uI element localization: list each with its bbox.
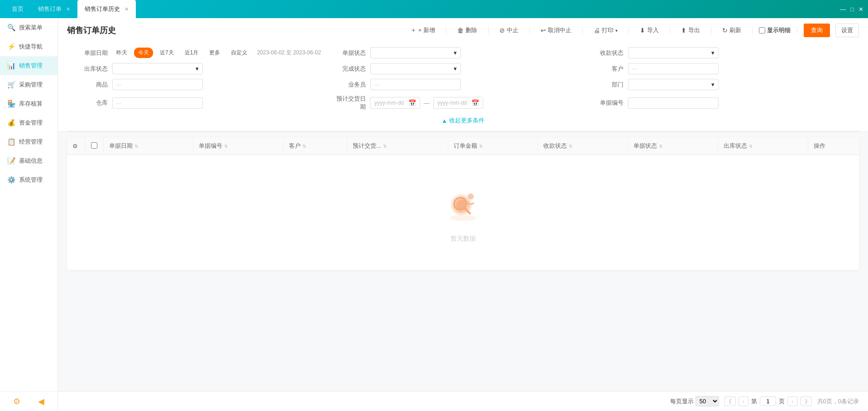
date-tab-custom[interactable]: 自定义 <box>227 48 251 58</box>
th-payment-status-sort[interactable]: 收款状态 ⇅ <box>543 142 622 150</box>
sidebar-item-quicknav[interactable]: ⚡ 快捷导航 <box>0 37 58 56</box>
import-button[interactable]: ⬇ 导入 <box>635 24 663 37</box>
collapse-sidebar-icon[interactable]: ◀ <box>38 396 44 406</box>
new-button[interactable]: ＋ + 新增 <box>406 24 440 37</box>
cal-from-icon: 📅 <box>408 99 416 106</box>
display-detail-label: 显示明细 <box>767 26 791 34</box>
th-out-stock-label: 出库状态 <box>724 142 747 150</box>
th-bill-status-sort[interactable]: 单据状态 ⇅ <box>633 142 712 150</box>
per-page-select[interactable]: 10 20 50 100 <box>695 396 719 406</box>
customer-select[interactable]: ··· <box>628 63 719 74</box>
sidebar-item-inventory[interactable]: 🏪 库存核算 <box>0 94 58 113</box>
sales-icon: 📊 <box>7 62 15 70</box>
sidebar-item-operation-label: 经营管理 <box>19 138 43 146</box>
next-page-button[interactable]: › <box>787 396 797 406</box>
dept-select[interactable]: ▾ <box>628 79 719 90</box>
basic-icon: 📝 <box>7 157 15 165</box>
minimize-icon[interactable]: — <box>840 6 846 13</box>
tab-sales-order-close[interactable]: ✕ <box>66 6 70 12</box>
th-bill-date-sort[interactable]: 单据日期 ⇅ <box>109 142 188 150</box>
settings-bottom-icon[interactable]: ⚙ <box>13 396 20 406</box>
sidebar-item-system[interactable]: ⚙️ 系统管理 <box>0 170 58 189</box>
filter-row-1: 单据日期 昨天 今天 近7天 近1月 更多 自定义 2023-06-02 至 2… <box>76 47 850 58</box>
dept-group: ▾ <box>628 79 850 90</box>
sidebar-item-search[interactable]: 🔍 搜索菜单 <box>0 18 58 37</box>
page-num-input[interactable] <box>760 396 776 406</box>
date-tab-yesterday[interactable]: 昨天 <box>112 48 131 58</box>
collapse-row[interactable]: ▲ 收起更多条件 <box>76 116 850 126</box>
divider8 <box>752 27 753 34</box>
stop-button[interactable]: ⊘ 中止 <box>495 24 523 37</box>
bill-no-input[interactable] <box>628 97 719 109</box>
select-all-checkbox[interactable] <box>91 142 97 149</box>
payment-status-select[interactable]: ▾ <box>628 47 719 58</box>
th-bill-no-sort[interactable]: 单据编号 ⇅ <box>199 142 278 150</box>
tab-sales-order-history-label: 销售订单历史 <box>85 5 120 13</box>
per-page-label: 每页显示 <box>670 397 694 406</box>
export-button[interactable]: ⬆ 导出 <box>676 24 705 37</box>
warehouse-select[interactable]: ··· <box>112 97 203 109</box>
th-out-stock[interactable]: 出库状态 ⇅ <box>718 137 808 155</box>
bill-no-label: 单据编号 <box>592 99 628 107</box>
salesman-select[interactable]: ··· <box>370 79 461 90</box>
goods-select[interactable]: ··· <box>112 79 203 90</box>
th-gear[interactable]: ⚙ <box>67 137 85 155</box>
date-tab-more[interactable]: 更多 <box>205 48 224 58</box>
sidebar-item-purchase[interactable]: 🛒 采购管理 <box>0 75 58 94</box>
th-order-amount-sort[interactable]: 订单金额 ⇅ <box>454 142 532 150</box>
tab-sales-order[interactable]: 销售订单 ✕ <box>31 0 77 18</box>
th-payment-status[interactable]: 收款状态 ⇅ <box>538 137 628 155</box>
display-detail-checkbox-wrap[interactable]: 显示明细 <box>759 26 791 34</box>
th-order-amount[interactable]: 订单金额 ⇅ <box>448 137 538 155</box>
sidebar-item-basic[interactable]: 📝 基础信息 <box>0 151 58 170</box>
th-bill-no[interactable]: 单据编号 ⇅ <box>193 137 283 155</box>
query-button[interactable]: 查询 <box>804 24 830 37</box>
sidebar-item-sales[interactable]: 📊 销售管理 <box>0 56 58 75</box>
tab-home[interactable]: 首页 <box>5 0 31 18</box>
sidebar-item-finance[interactable]: 💰 资金管理 <box>0 113 58 132</box>
sidebar-item-operation[interactable]: 📋 经营管理 <box>0 132 58 151</box>
empty-state-cell: 暂无数据 <box>67 155 859 271</box>
date-to-input[interactable]: yyyy-mm-dd 📅 <box>433 97 483 109</box>
tab-sales-order-history-close[interactable]: ✕ <box>125 6 129 12</box>
th-bill-status[interactable]: 单据状态 ⇅ <box>628 137 718 155</box>
top-bar: 首页 销售订单 ✕ 销售订单历史 ✕ — □ ✕ <box>0 0 868 18</box>
first-page-button[interactable]: ⟪ <box>724 396 736 406</box>
th-expected-date-sort[interactable]: 预计交货... ⇅ <box>353 142 442 150</box>
gear-icon[interactable]: ⚙ <box>72 143 78 150</box>
date-range-text: 2023-06-02 至 2023-06-02 <box>257 49 321 57</box>
last-page-button[interactable]: ⟫ <box>801 396 812 406</box>
date-tab-7days[interactable]: 近7天 <box>156 48 178 58</box>
salesman-placeholder: ··· <box>374 81 379 88</box>
out-stock-select[interactable]: ▾ <box>112 63 203 74</box>
th-out-stock-sort[interactable]: 出库状态 ⇅ <box>724 142 802 150</box>
cancel-stop-button[interactable]: ↩ 取消中止 <box>536 24 576 37</box>
refresh-button[interactable]: ↻ 刷新 <box>718 24 746 37</box>
complete-select[interactable]: ▾ <box>370 63 461 74</box>
customer-label: 客户 <box>592 65 628 73</box>
sort-icon-amount: ⇅ <box>479 144 483 149</box>
date-from-input[interactable]: yyyy-mm-dd 📅 <box>370 97 420 109</box>
maximize-icon[interactable]: □ <box>850 6 854 13</box>
close-icon[interactable]: ✕ <box>858 6 863 13</box>
th-customer-sort[interactable]: 客户 ⇅ <box>289 142 341 150</box>
date-tab-today[interactable]: 今天 <box>134 48 153 58</box>
bill-status-select[interactable]: ▾ <box>370 47 461 58</box>
th-expected-date[interactable]: 预计交货... ⇅ <box>347 137 448 155</box>
cal-to-icon: 📅 <box>471 99 479 106</box>
delete-button[interactable]: 🗑 删除 <box>453 24 482 37</box>
th-bill-date[interactable]: 单据日期 ⇅ <box>103 137 193 155</box>
prev-page-button[interactable]: ‹ <box>739 396 748 406</box>
salesman-label: 业务员 <box>334 81 370 89</box>
sort-icon-bill-date: ⇅ <box>134 144 138 149</box>
display-detail-checkbox[interactable] <box>759 27 765 34</box>
settings-button[interactable]: 设置 <box>835 24 859 37</box>
th-customer[interactable]: 客户 ⇅ <box>283 137 347 155</box>
th-bill-status-label: 单据状态 <box>633 142 657 150</box>
tab-sales-order-history[interactable]: 销售订单历史 ✕ <box>77 0 136 18</box>
out-stock-group: ▾ <box>112 63 334 74</box>
empty-text: 暂无数据 <box>451 235 476 243</box>
table-header-row: ⚙ 单据日期 ⇅ <box>67 137 859 155</box>
date-tab-1month[interactable]: 近1月 <box>181 48 203 58</box>
print-button[interactable]: 🖨 打印 ▾ <box>589 24 622 37</box>
